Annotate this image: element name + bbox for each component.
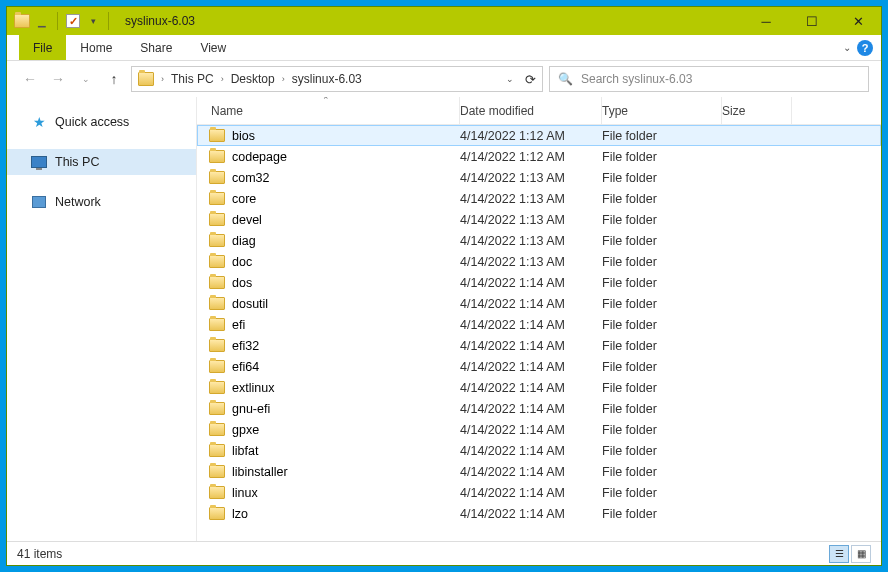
up-button[interactable]: ↑	[103, 68, 125, 90]
column-name[interactable]: Name	[205, 97, 460, 124]
folder-icon	[209, 402, 225, 415]
navigation-pane: ★ Quick access This PC Network	[7, 97, 197, 541]
file-type: File folder	[602, 318, 722, 332]
file-date: 4/14/2022 1:13 AM	[460, 213, 602, 227]
tab-file[interactable]: File	[19, 35, 66, 60]
folder-icon	[209, 381, 225, 394]
file-name: gpxe	[232, 423, 259, 437]
breadcrumb-segment[interactable]: syslinux-6.03	[290, 72, 364, 86]
file-type: File folder	[602, 339, 722, 353]
ribbon-expand-icon[interactable]: ⌄	[843, 42, 851, 53]
file-date: 4/14/2022 1:14 AM	[460, 507, 602, 521]
separator	[57, 12, 58, 30]
file-row[interactable]: doc4/14/2022 1:13 AMFile folder	[197, 251, 881, 272]
file-type: File folder	[602, 507, 722, 521]
qat-dropdown-icon[interactable]: ▾	[84, 12, 102, 30]
file-date: 4/14/2022 1:14 AM	[460, 444, 602, 458]
nav-quick-access[interactable]: ★ Quick access	[7, 109, 196, 135]
file-type: File folder	[602, 297, 722, 311]
properties-checkbox-icon[interactable]: ✓	[64, 12, 82, 30]
body: ★ Quick access This PC Network ⌃ Name Da…	[7, 97, 881, 541]
nav-label: Quick access	[55, 115, 129, 129]
tab-home[interactable]: Home	[66, 35, 126, 60]
close-button[interactable]: ✕	[835, 7, 881, 35]
file-row[interactable]: efi324/14/2022 1:14 AMFile folder	[197, 335, 881, 356]
folder-icon	[209, 318, 225, 331]
file-row[interactable]: dosutil4/14/2022 1:14 AMFile folder	[197, 293, 881, 314]
file-name: com32	[232, 171, 270, 185]
forward-button[interactable]: →	[47, 68, 69, 90]
back-button[interactable]: ←	[19, 68, 41, 90]
file-name: doc	[232, 255, 252, 269]
file-row[interactable]: libfat4/14/2022 1:14 AMFile folder	[197, 440, 881, 461]
chevron-right-icon[interactable]: ›	[158, 74, 167, 84]
sort-ascending-icon: ⌃	[322, 97, 330, 105]
file-row[interactable]: libinstaller4/14/2022 1:14 AMFile folder	[197, 461, 881, 482]
file-date: 4/14/2022 1:13 AM	[460, 171, 602, 185]
file-type: File folder	[602, 444, 722, 458]
column-type[interactable]: Type	[602, 97, 722, 124]
file-row[interactable]: lzo4/14/2022 1:14 AMFile folder	[197, 503, 881, 524]
file-date: 4/14/2022 1:13 AM	[460, 255, 602, 269]
chevron-right-icon[interactable]: ›	[218, 74, 227, 84]
help-icon[interactable]: ?	[857, 40, 873, 56]
refresh-icon[interactable]: ⟳	[525, 72, 536, 87]
tab-share[interactable]: Share	[126, 35, 186, 60]
nav-this-pc[interactable]: This PC	[7, 149, 196, 175]
ribbon-tabs: File Home Share View ⌄ ?	[7, 35, 881, 61]
file-date: 4/14/2022 1:14 AM	[460, 486, 602, 500]
file-row[interactable]: devel4/14/2022 1:13 AMFile folder	[197, 209, 881, 230]
file-date: 4/14/2022 1:14 AM	[460, 318, 602, 332]
folder-icon	[209, 486, 225, 499]
file-date: 4/14/2022 1:12 AM	[460, 129, 602, 143]
file-type: File folder	[602, 129, 722, 143]
address-dropdown-icon[interactable]: ⌄	[506, 74, 514, 84]
tab-view[interactable]: View	[186, 35, 240, 60]
breadcrumb-segment[interactable]: Desktop	[229, 72, 277, 86]
folder-icon	[209, 360, 225, 373]
file-name: efi64	[232, 360, 259, 374]
file-type: File folder	[602, 423, 722, 437]
pc-icon	[31, 154, 47, 170]
folder-icon	[209, 213, 225, 226]
file-row[interactable]: linux4/14/2022 1:14 AMFile folder	[197, 482, 881, 503]
icons-view-button[interactable]: ▦	[851, 545, 871, 563]
details-view-button[interactable]: ☰	[829, 545, 849, 563]
file-row[interactable]: efi4/14/2022 1:14 AMFile folder	[197, 314, 881, 335]
nav-network[interactable]: Network	[7, 189, 196, 215]
chevron-right-icon[interactable]: ›	[279, 74, 288, 84]
column-date[interactable]: Date modified	[460, 97, 602, 124]
folder-icon	[209, 276, 225, 289]
file-row[interactable]: gnu-efi4/14/2022 1:14 AMFile folder	[197, 398, 881, 419]
file-row[interactable]: extlinux4/14/2022 1:14 AMFile folder	[197, 377, 881, 398]
file-row[interactable]: dos4/14/2022 1:14 AMFile folder	[197, 272, 881, 293]
file-row[interactable]: codepage4/14/2022 1:12 AMFile folder	[197, 146, 881, 167]
content-pane: ⌃ Name Date modified Type Size bios4/14/…	[197, 97, 881, 541]
folder-icon	[209, 423, 225, 436]
file-row[interactable]: com324/14/2022 1:13 AMFile folder	[197, 167, 881, 188]
column-size[interactable]: Size	[722, 97, 792, 124]
minimize-button[interactable]: ─	[743, 7, 789, 35]
address-bar[interactable]: › This PC › Desktop › syslinux-6.03 ⌄ ⟳	[131, 66, 543, 92]
pin-icon[interactable]: ▁	[33, 12, 51, 30]
search-icon: 🔍	[558, 72, 573, 86]
file-row[interactable]: efi644/14/2022 1:14 AMFile folder	[197, 356, 881, 377]
recent-dropdown-icon[interactable]: ⌄	[75, 68, 97, 90]
file-row[interactable]: diag4/14/2022 1:13 AMFile folder	[197, 230, 881, 251]
file-row[interactable]: core4/14/2022 1:13 AMFile folder	[197, 188, 881, 209]
file-name: lzo	[232, 507, 248, 521]
file-name: efi	[232, 318, 245, 332]
file-row[interactable]: gpxe4/14/2022 1:14 AMFile folder	[197, 419, 881, 440]
breadcrumb-segment[interactable]: This PC	[169, 72, 216, 86]
file-list[interactable]: bios4/14/2022 1:12 AMFile foldercodepage…	[197, 125, 881, 541]
folder-icon	[209, 129, 225, 142]
file-name: libfat	[232, 444, 258, 458]
folder-icon	[209, 234, 225, 247]
file-date: 4/14/2022 1:14 AM	[460, 423, 602, 437]
network-icon	[31, 194, 47, 210]
file-row[interactable]: bios4/14/2022 1:12 AMFile folder	[197, 125, 881, 146]
file-date: 4/14/2022 1:12 AM	[460, 150, 602, 164]
maximize-button[interactable]: ☐	[789, 7, 835, 35]
search-input[interactable]: 🔍 Search syslinux-6.03	[549, 66, 869, 92]
file-type: File folder	[602, 192, 722, 206]
